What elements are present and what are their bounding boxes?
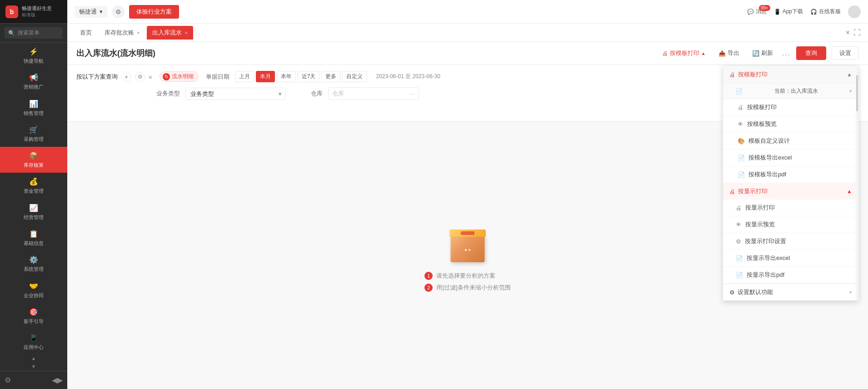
enterprise-icon: 🤝 [29, 282, 38, 290]
filter-date-this-month[interactable]: 本月 [256, 71, 275, 82]
message-icon: 💬 [747, 9, 754, 15]
tab-flow-label: 出入库流水 [152, 29, 182, 37]
page-content: 出入库流水(流水明细) 🖨 按模板打印 ▲ 📤 导出 🔄 刷新 ... 查询 设… [67, 42, 868, 389]
dropdown-template-excel[interactable]: 📄 按模板导出excel [723, 150, 858, 166]
sidebar-item-sales[interactable]: 📊 销售管理 [0, 95, 67, 121]
dropdown-template-print[interactable]: 🖨 按模板打印 [723, 99, 858, 116]
print-btn[interactable]: 🖨 按模板打印 ▲ [658, 47, 709, 59]
dropdown-current-template[interactable]: 📄 当前：出入库流水 ▾ [723, 84, 858, 99]
tab-home[interactable]: 首页 [75, 26, 97, 40]
window-maximize-btn[interactable]: ⛶ [853, 29, 861, 37]
template-custom-icon: 🎨 [738, 138, 745, 145]
filter-date-last-month[interactable]: 上月 [235, 71, 254, 82]
sidebar-item-purchase-label: 采购管理 [24, 136, 44, 142]
tab-batch[interactable]: 库存批次账 × [99, 26, 145, 40]
dropdown-display-pdf[interactable]: 📄 按显示导出pdf [723, 267, 858, 284]
template-print-icon: 🖨 [738, 104, 743, 111]
sidebar-item-basic[interactable]: 📋 基础信息 [0, 225, 67, 251]
search-icon: 🔍 [8, 30, 15, 36]
sidebar-item-purchase[interactable]: 🛒 采购管理 [0, 121, 67, 147]
dropdown-template-custom[interactable]: 🎨 模板自定义设计 [723, 133, 858, 150]
collapse-icon[interactable]: ◀▶ [52, 376, 63, 384]
box-eye-left [465, 249, 467, 251]
warehouse-input[interactable]: 仓库 ··· [328, 87, 419, 100]
online-service-btn[interactable]: 🎧 在线客服 [810, 8, 841, 15]
dropdown-display-settings[interactable]: ⚙ 按显示打印设置 [723, 233, 858, 250]
sidebar-item-marketing-label: 营销推广 [24, 84, 44, 90]
sidebar-scroll-up[interactable]: ▲ [31, 356, 36, 361]
filter-tag-flow[interactable]: ↻ 流水明细 [160, 71, 199, 82]
filter-date-buttons: 上月 本月 本年 近7天 更多 自定义 [235, 71, 367, 82]
headset-icon: 🎧 [810, 9, 817, 15]
mobile-icon: 📱 [774, 9, 781, 15]
sidebar-item-enterprise[interactable]: 🤝 企业协同 [0, 277, 67, 303]
filter-add-btn[interactable]: + [121, 72, 131, 82]
refresh-icon: 🔄 [752, 50, 759, 57]
filter-date-custom[interactable]: 自定义 [342, 71, 367, 82]
dropdown-template-pdf[interactable]: 📄 按模板导出pdf [723, 166, 858, 183]
purchase-icon: 🛒 [29, 125, 38, 134]
dropdown-header-chevron[interactable]: ▲ [847, 71, 852, 78]
filter-date-more[interactable]: 更多 [321, 71, 340, 82]
empty-state: 1 请先选择要分析的方案 2 用[过滤]条件来缩小分析范围 [424, 219, 510, 292]
tab-batch-close[interactable]: × [137, 30, 140, 35]
topbar-gear-btn[interactable]: ⚙ [112, 5, 125, 18]
window-close-btn[interactable]: × [846, 29, 850, 37]
user-avatar[interactable] [848, 5, 861, 18]
tab-flow[interactable]: 出入库流水 × [147, 26, 193, 40]
query-btn[interactable]: 查询 [796, 46, 826, 60]
dropdown-display-print[interactable]: 🖨 按显示打印 [723, 199, 858, 216]
sidebar-scroll-down[interactable]: ▼ [31, 364, 36, 369]
filter-date-this-year[interactable]: 本年 [277, 71, 296, 82]
sidebar-item-system-label: 系统管理 [24, 266, 44, 272]
message-btn[interactable]: 💬 消息 99+ [747, 8, 767, 15]
refresh-btn[interactable]: 🔄 刷新 [748, 47, 777, 59]
app-version: 标准版 [22, 12, 52, 18]
sidebar-item-finance[interactable]: 💰 资金管理 [0, 173, 67, 199]
sidebar-item-newbie[interactable]: 🎯 新手引导 [0, 303, 67, 329]
sidebar-item-inventory[interactable]: 📦 库存核算 [0, 147, 67, 173]
settings-icon[interactable]: ⚙ [5, 376, 11, 384]
dropdown-display-excel[interactable]: 📄 按显示导出excel [723, 250, 858, 267]
inventory-icon: 📦 [29, 151, 38, 160]
sidebar-item-appcenter[interactable]: 📱 应用中心 [0, 329, 67, 354]
filter-warehouse-area: 仓库 仓库 ··· [311, 87, 419, 100]
template-print-label: 按模板打印 [747, 103, 777, 111]
dropdown-scrollbar[interactable] [856, 66, 858, 300]
type-select[interactable]: 业务类型 [185, 88, 285, 100]
step-1-num: 1 [424, 272, 433, 280]
sidebar-item-quicknav[interactable]: ⚡ 快捷导航 [0, 43, 67, 69]
dropdown-display-preview[interactable]: 👁 按显示预览 [723, 216, 858, 233]
warehouse-placeholder: 仓库 [332, 90, 410, 98]
filter-gear-btn[interactable]: ⚙ [135, 72, 145, 82]
dropdown-template-preview[interactable]: 👁 按模板预览 [723, 116, 858, 133]
sidebar-item-operation[interactable]: 📈 经营管理 [0, 199, 67, 225]
export-btn[interactable]: 📤 导出 [715, 47, 743, 59]
dropdown-footer[interactable]: ⚙ 设置默认功能 ▾ [723, 284, 858, 300]
more-btn[interactable]: ... [782, 49, 791, 57]
sidebar-item-marketing[interactable]: 📢 营销推广 [0, 69, 67, 95]
message-badge: 99+ [759, 5, 770, 11]
dropdown-header: 🖨 按模板打印 ▲ [723, 66, 858, 84]
industry-solution-btn[interactable]: 体验行业方案 [129, 5, 179, 19]
print-chevron-icon: ▲ [701, 51, 706, 56]
dropdown-display-header[interactable]: 🖨 按显示打印 ▲ [723, 183, 858, 199]
filter-settings-icon: ⚙ [138, 74, 143, 80]
sidebar-search-btn[interactable]: 🔍 搜索菜单 [5, 27, 63, 39]
app-download-btn[interactable]: 📱 App下载 [774, 8, 803, 15]
sidebar-item-system[interactable]: ⚙️ 系统管理 [0, 251, 67, 277]
sidebar-item-enterprise-label: 企业协同 [24, 292, 44, 299]
sales-icon: 📊 [29, 100, 38, 108]
sidebar-bottom: ⚙ ◀▶ [0, 371, 67, 389]
filter-collapse-btn[interactable]: « [149, 73, 152, 80]
plus-icon: + [125, 73, 128, 80]
empty-illustration [445, 219, 490, 264]
filter-date-last7[interactable]: 近7天 [298, 71, 320, 82]
topbar-left: 畅捷通 ▾ ⚙ 体验行业方案 [75, 5, 742, 19]
tab-flow-close[interactable]: × [185, 30, 187, 35]
topbar-right: 💬 消息 99+ 📱 App下载 🎧 在线客服 [747, 5, 861, 18]
company-selector[interactable]: 畅捷通 ▾ [75, 6, 107, 18]
marketing-icon: 📢 [29, 73, 38, 82]
settings-btn[interactable]: 设置 [832, 46, 859, 60]
system-icon: ⚙️ [29, 255, 38, 264]
